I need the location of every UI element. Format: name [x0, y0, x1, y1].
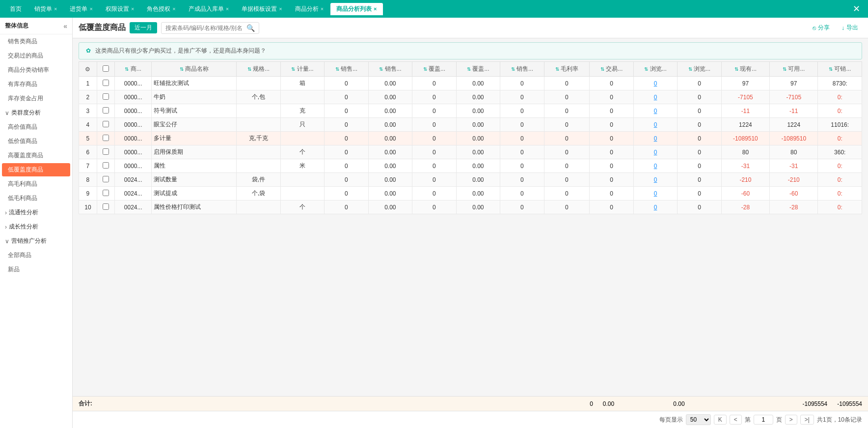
nav-product-inbound[interactable]: 产成品入库单 × [183, 3, 235, 15]
col-browse2: ⇅ 浏览... [678, 62, 721, 77]
search-input[interactable] [165, 25, 246, 31]
browse-link[interactable]: 0 [654, 135, 657, 142]
sidebar-item-traded-goods[interactable]: 交易过的商品 [0, 49, 72, 63]
table-cell: 0 [412, 187, 456, 200]
table-cell: 0.00 [456, 90, 500, 104]
table-cell: 0 [325, 145, 368, 159]
data-table: ⚙ ⇅ 商... ⇅ 商品名称 ⇅ 规格... ⇅ 计量... ⇅ 销售... … [79, 61, 862, 214]
nav-sales-order[interactable]: 销货单 × [28, 3, 63, 15]
sidebar-item-low-value[interactable]: 低价值商品 [0, 134, 72, 148]
window-close-button[interactable]: ✕ [849, 3, 864, 14]
table-cell: 0000... [115, 104, 152, 118]
table-cell: 0 [325, 104, 368, 118]
nav-close-icon[interactable]: × [321, 6, 324, 12]
table-cell: 4 [79, 118, 97, 132]
browse-link[interactable]: 0 [654, 108, 657, 114]
sidebar-item-low-profit[interactable]: 低毛利商品 [0, 191, 72, 205]
table-cell: -28 [770, 200, 818, 214]
row-checkbox[interactable] [103, 148, 109, 155]
share-button[interactable]: ⎋ 分享 [809, 22, 834, 34]
page-size-select[interactable]: 50 10 20 100 [686, 414, 711, 425]
table-cell: 0 [678, 187, 721, 200]
table-cell: 只 [280, 118, 324, 132]
browse-link[interactable]: 0 [654, 149, 657, 156]
nav-product-analysis-list[interactable]: 商品分析列表 × [330, 3, 382, 15]
next-page-button[interactable]: > [785, 415, 797, 425]
table-cell: 1 [79, 77, 97, 90]
sidebar-item-category-rate[interactable]: 商品分类动销率 [0, 63, 72, 77]
table-cell: 0 [412, 132, 456, 145]
sidebar-item-high-coverage[interactable]: 高覆盖度商品 [0, 148, 72, 163]
table-cell: 0 [590, 200, 633, 214]
browse-link[interactable]: 0 [654, 121, 657, 128]
sidebar-group-marketing[interactable]: ∨ 营销推广分析 [0, 234, 72, 248]
table-cell: 个 [280, 145, 324, 159]
nav-template-settings[interactable]: 单据模板设置 × [236, 3, 288, 15]
row-checkbox[interactable] [103, 190, 109, 196]
table-row: 90024...测试提成个,袋00.0000.0000000-60-600: [79, 187, 862, 200]
nav-purchase-order[interactable]: 进货单 × [64, 3, 98, 15]
row-checkbox[interactable] [103, 80, 109, 86]
settings-icon[interactable]: ⚙ [85, 66, 90, 73]
nav-product-analysis[interactable]: 商品分析 × [289, 3, 329, 15]
browse-link[interactable]: 0 [654, 204, 657, 211]
search-icon[interactable]: 🔍 [246, 24, 255, 32]
table-cell: 0 [633, 200, 677, 214]
table-cell: 0: [818, 187, 862, 200]
row-checkbox[interactable] [103, 121, 109, 127]
sidebar-item-instock-goods[interactable]: 有库存商品 [0, 77, 72, 91]
period-button[interactable]: 近一月 [130, 22, 157, 33]
table-cell: 0.00 [456, 104, 500, 118]
nav-close-icon[interactable]: × [54, 6, 57, 12]
select-all-checkbox[interactable] [103, 65, 109, 72]
browse-link[interactable]: 0 [654, 163, 657, 170]
sidebar-item-capital-occupy[interactable]: 库存资金占用 [0, 91, 72, 106]
sidebar-item-high-value[interactable]: 高价值商品 [0, 120, 72, 134]
table-cell: 0 [412, 90, 456, 104]
prev-page-button[interactable]: < [730, 415, 742, 425]
row-checkbox[interactable] [103, 176, 109, 182]
table-cell: 0 [633, 90, 677, 104]
col-cover1: ⇅ 覆盖... [412, 62, 456, 77]
row-checkbox[interactable] [103, 203, 109, 210]
sidebar-item-new-goods[interactable]: 新品 [0, 262, 72, 277]
export-button[interactable]: ↓ 导出 [838, 22, 862, 34]
sidebar-header[interactable]: 整体信息 « [0, 18, 72, 34]
browse-link[interactable]: 0 [654, 94, 657, 101]
sidebar-group-coverage-analysis[interactable]: ∨ 类群度分析 [0, 106, 72, 120]
table-cell: 0 [633, 118, 677, 132]
browse-link[interactable]: 0 [654, 176, 657, 183]
row-checkbox[interactable] [103, 162, 109, 169]
browse-link[interactable]: 0 [654, 190, 657, 197]
nav-role-auth[interactable]: 角色授权 × [141, 3, 181, 15]
table-cell: 0: [818, 132, 862, 145]
first-page-button[interactable]: K [714, 415, 727, 425]
page-input[interactable] [754, 415, 773, 425]
sidebar-item-all-goods[interactable]: 全部商品 [0, 248, 72, 262]
table-cell [97, 200, 114, 214]
nav-close-icon[interactable]: × [89, 6, 92, 12]
nav-close-icon[interactable]: × [279, 6, 282, 12]
nav-close-icon[interactable]: × [374, 6, 377, 12]
sidebar-group-growth[interactable]: › 成长性分析 [0, 220, 72, 234]
nav-close-icon[interactable]: × [131, 6, 134, 12]
sidebar-collapse-icon[interactable]: « [63, 22, 67, 30]
table-cell [280, 132, 324, 145]
nav-home[interactable]: 首页 [4, 3, 27, 15]
sidebar-group-circulation[interactable]: › 流通性分析 [0, 205, 72, 220]
row-checkbox[interactable] [103, 135, 109, 141]
last-page-button[interactable]: >| [800, 415, 814, 425]
browse-link[interactable]: 0 [654, 80, 657, 87]
sidebar-item-low-coverage[interactable]: 低覆盖度商品 [2, 163, 70, 176]
footer-cover2-total: 0.00 [673, 400, 684, 407]
table-cell: 眼宝公仔 [152, 118, 237, 132]
nav-permission-settings[interactable]: 权限设置 × [100, 3, 140, 15]
table-cell: 0 [678, 200, 721, 214]
sidebar-item-high-profit[interactable]: 高毛利商品 [0, 177, 72, 191]
nav-close-icon[interactable]: × [172, 6, 175, 12]
row-checkbox[interactable] [103, 107, 109, 114]
sidebar-item-sales-goods[interactable]: 销售类商品 [0, 34, 72, 49]
table-cell: 0: [818, 159, 862, 173]
row-checkbox[interactable] [103, 93, 109, 100]
nav-close-icon[interactable]: × [226, 6, 229, 12]
